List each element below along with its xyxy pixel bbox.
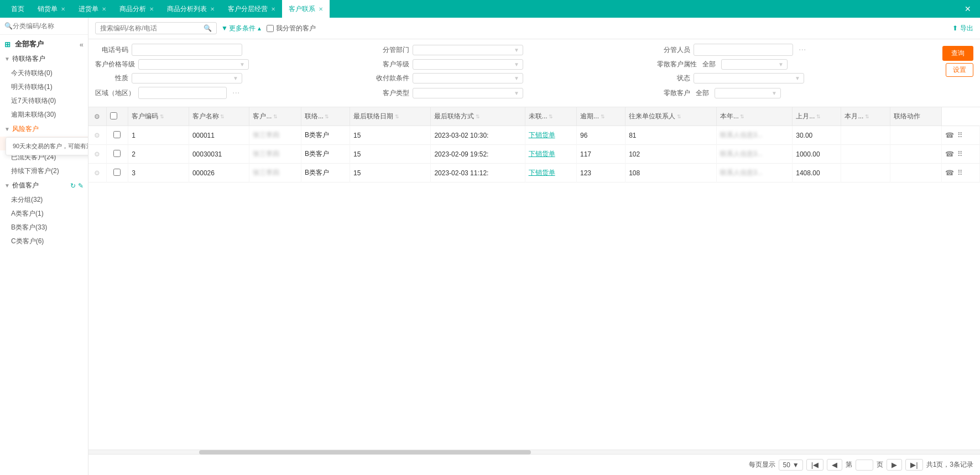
main-search-input[interactable] [100, 24, 204, 32]
sort-contact-icon[interactable]: ⇅ [324, 114, 330, 119]
row-gear-icon[interactable]: ⚙ [94, 150, 100, 158]
row-select-checkbox[interactable] [113, 150, 121, 157]
sort-person-icon[interactable]: ⇅ [675, 114, 681, 119]
main-search-icon[interactable]: 🔍 [204, 24, 212, 32]
action-phone-icon[interactable]: ☎ [945, 131, 954, 139]
close-tab-purchase[interactable]: ✕ [102, 6, 106, 12]
row-overdue: 81 [625, 126, 717, 145]
row-last-way[interactable]: 下销货单 [525, 145, 576, 164]
home-tab[interactable]: 首页 [4, 4, 31, 14]
sort-overdue-icon[interactable]: ⇅ [599, 114, 605, 119]
content-area: 🔍 ▼ 更多条件 ▲ 我分管的客户 ⬆ 导出 [88, 18, 980, 475]
close-window-button[interactable]: ✕ [960, 4, 976, 13]
sidebar-item-tomorrow[interactable]: 明天待联络(1) [0, 80, 88, 94]
query-button[interactable]: 查询 [942, 46, 973, 61]
page-number-input[interactable]: 1 [856, 460, 873, 471]
phone-input[interactable] [132, 44, 242, 56]
row-contact-person: 联系人信息3... [716, 126, 792, 145]
horizontal-scrollbar[interactable] [88, 450, 980, 454]
edit-icon[interactable]: ✎ [78, 182, 84, 190]
close-tab-customer-layer[interactable]: ✕ [271, 6, 275, 12]
row-select-checkbox[interactable] [113, 169, 121, 176]
sidebar-item-7days[interactable]: 近7天待联络(0) [0, 94, 88, 108]
manager-input[interactable] [694, 44, 793, 56]
action-phone-icon[interactable]: ☎ [945, 150, 954, 158]
nav-tab-analysis-list[interactable]: 商品分析列表 ✕ [160, 0, 221, 18]
status-select[interactable]: ▼ [694, 73, 804, 83]
action-more-icon[interactable]: ⠿ [957, 150, 963, 158]
setting-button[interactable]: 设置 [946, 63, 973, 77]
action-more-icon[interactable]: ⠿ [957, 169, 963, 177]
prev-page-button[interactable]: ◀ [827, 459, 842, 471]
sidebar-item-c-class[interactable]: C类客户(6) [0, 234, 88, 248]
nature-select[interactable]: ▼ [132, 73, 242, 83]
sort-uncontacted-icon[interactable]: ⇅ [548, 114, 554, 119]
sidebar-search-input[interactable] [13, 22, 88, 30]
sidebar-group-value-title[interactable]: ▼ 价值客户 ↻ ✎ [0, 178, 88, 193]
grade-select[interactable]: ▼ [413, 59, 523, 70]
select-all-checkbox[interactable] [110, 112, 117, 119]
last-page-button[interactable]: ▶| [905, 459, 922, 471]
nav-tab-customer-layer[interactable]: 客户分层经营 ✕ [221, 0, 282, 18]
close-tab-sales[interactable]: ✕ [61, 6, 65, 12]
first-page-button[interactable]: |◀ [806, 459, 823, 471]
scatter-attr-select[interactable]: ▼ [721, 59, 788, 70]
row-gear-icon[interactable]: ⚙ [94, 169, 100, 177]
sidebar-group-value: ▼ 价值客户 ↻ ✎ 未分组(32) A类客户(1) B类客户(33) C类客户… [0, 178, 88, 248]
sidebar-group-risk: ▼ 风险客户 90天未交易的客户，可能有流失风险。 流失预警客户(3) ! 已流… [0, 122, 88, 178]
sort-tmonth-icon[interactable]: ⇅ [863, 114, 869, 119]
sidebar-item-ungrouped[interactable]: 未分组(32) [0, 193, 88, 207]
close-tab-customer-contact[interactable]: ✕ [319, 6, 323, 12]
my-customer-check[interactable] [267, 25, 274, 32]
filter-cell-scatter-attr: 零散客户属性 全部 ▼ [657, 59, 938, 70]
row-last-way[interactable]: 下销货单 [525, 126, 576, 145]
my-customer-checkbox[interactable]: 我分管的客户 [267, 24, 316, 33]
scrollbar-thumb[interactable] [199, 450, 531, 455]
sort-way-icon[interactable]: ⇅ [474, 114, 480, 119]
page-size-selector[interactable]: 50 ▼ [779, 460, 802, 471]
nav-tab-sales[interactable]: 销货单 ✕ [31, 0, 72, 18]
row-select-checkbox[interactable] [113, 131, 121, 138]
nav-tab-customer-contact[interactable]: 客户联系 ✕ [282, 0, 330, 18]
row-index: 2 [128, 145, 189, 164]
sort-code-icon[interactable]: ⇅ [158, 114, 164, 119]
row-gear-icon[interactable]: ⚙ [94, 132, 100, 139]
manager-label: 分管人员 [657, 45, 690, 55]
sort-type-icon[interactable]: ⇅ [272, 114, 278, 119]
sort-year-icon[interactable]: ⇅ [739, 114, 745, 119]
sidebar-item-declining[interactable]: 持续下滑客户(2) [0, 164, 88, 178]
region-ellipsis[interactable]: ··· [230, 88, 242, 98]
collapse-sidebar-icon[interactable]: « [80, 40, 84, 49]
sort-name-icon[interactable]: ⇅ [219, 114, 225, 119]
sidebar-item-a-class[interactable]: A类客户(1) [0, 207, 88, 221]
action-phone-icon[interactable]: ☎ [945, 169, 954, 177]
customer-type-select[interactable]: ▼ [413, 88, 523, 98]
next-page-button[interactable]: ▶ [887, 459, 902, 471]
nav-tab-analysis[interactable]: 商品分析 ✕ [113, 0, 160, 18]
sidebar-group-risk-title[interactable]: ▼ 风险客户 [0, 122, 88, 137]
settings-gear-icon[interactable]: ⚙ [94, 113, 100, 121]
region-input[interactable] [138, 87, 227, 99]
sidebar-group-pending-title[interactable]: ▼ 待联络客户 [0, 51, 88, 66]
sidebar-item-today[interactable]: 今天待联络(0) [0, 66, 88, 80]
sidebar-item-overdue[interactable]: 逾期未联络(30) [0, 108, 88, 122]
nav-tab-purchase[interactable]: 进货单 ✕ [72, 0, 113, 18]
payment-select[interactable]: ▼ [413, 73, 523, 83]
row-contact-count: 15 [350, 145, 431, 164]
table-header-row: ⚙ 客户编码 ⇅ 客户名称 ⇅ 客户... ⇅ 联络... ⇅ 最后联络日期 ⇅… [88, 107, 980, 126]
close-tab-analysis-list[interactable]: ✕ [210, 6, 215, 12]
sort-lmonth-icon[interactable]: ⇅ [815, 114, 821, 119]
row-settings: ⚙ [88, 126, 106, 145]
manager-ellipsis[interactable]: ··· [796, 45, 808, 55]
action-more-icon[interactable]: ⠿ [957, 131, 963, 139]
sort-date-icon[interactable]: ⇅ [393, 114, 399, 119]
scatter-customer-select[interactable]: ▼ [715, 88, 781, 98]
dept-select[interactable]: ▼ [413, 45, 523, 55]
more-filter-btn[interactable]: ▼ 更多条件 ▲ [221, 24, 262, 33]
close-tab-analysis[interactable]: ✕ [149, 6, 154, 12]
export-button[interactable]: ⬆ 导出 [952, 24, 973, 33]
price-grade-select[interactable]: ▼ [138, 59, 249, 70]
row-last-way[interactable]: 下销货单 [525, 164, 576, 182]
refresh-icon[interactable]: ↻ [70, 182, 76, 190]
sidebar-item-b-class[interactable]: B类客户(33) [0, 221, 88, 234]
